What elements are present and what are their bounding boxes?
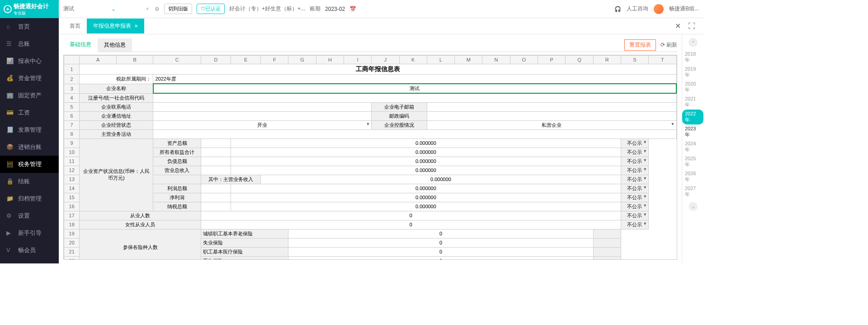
sidebar-item-guide[interactable]: ▶新手引导: [0, 225, 59, 242]
logo-subtext: 专业版: [14, 10, 49, 16]
logo-icon: ✦: [4, 5, 12, 13]
sidebar-item-label: 新手引导: [18, 229, 42, 237]
switch-old-button[interactable]: 切到旧版: [164, 4, 192, 14]
chevron-down-icon[interactable]: ▼: [643, 140, 647, 144]
invoice-icon: 🧾: [6, 126, 14, 134]
subtab-other[interactable]: 其他信息: [98, 38, 132, 52]
year-2026年[interactable]: 2026年: [682, 169, 703, 184]
chevron-down-icon[interactable]: ▼: [643, 167, 647, 172]
close-all-button[interactable]: ✕: [671, 20, 684, 32]
subtab-basic[interactable]: 基础信息: [63, 38, 98, 52]
sidebar-item-label: 进销台账: [18, 143, 42, 151]
scroll-up-icon[interactable]: ⌃: [689, 38, 698, 47]
refresh-button[interactable]: ⟳刷新: [660, 41, 677, 49]
logo: ✦ 畅捷通好会计 专业版: [0, 0, 59, 18]
calendar-icon[interactable]: 📅: [349, 6, 356, 12]
consult-link[interactable]: 人工咨询: [627, 5, 648, 13]
tab-annual-report[interactable]: 年报信息申报表 ✕: [87, 19, 144, 33]
sub-tabs: 基础信息 其他信息 重置报表 ⟳刷新: [63, 38, 677, 52]
sidebar-item-label: 固定资产: [18, 91, 42, 100]
year-2019年[interactable]: 2019年: [682, 65, 703, 80]
spreadsheet[interactable]: ABCDEFGHIJKLMNOPQRST1工商年报信息表2税款所属期间：2022…: [63, 55, 677, 260]
chevron-down-icon[interactable]: ▼: [643, 176, 647, 181]
sidebar-item-vip[interactable]: V畅会员: [0, 242, 59, 259]
period-label: 账期: [310, 5, 321, 13]
setting-icon: ⚙: [6, 212, 14, 220]
chevron-down-icon[interactable]: ▼: [643, 212, 647, 217]
company-input[interactable]: [63, 6, 108, 12]
shield-icon: 🛡: [201, 6, 206, 11]
year-2020年[interactable]: 2020年: [682, 80, 703, 95]
vip-icon: V: [6, 247, 14, 254]
close-icon[interactable]: ✕: [134, 24, 138, 29]
tab-home[interactable]: 首页: [63, 19, 87, 33]
add-icon[interactable]: ＋: [145, 5, 150, 13]
gear-icon[interactable]: ⚙: [155, 6, 160, 12]
verified-badge: 🛡已认证: [197, 4, 225, 14]
sidebar-item-label: 资金管理: [18, 74, 42, 82]
year-panel: ⌃ 2018年2019年2020年2021年2022年2023年2024年202…: [682, 34, 703, 263]
headset-icon: 🎧: [614, 6, 621, 12]
sidebar-item-label: 首页: [18, 23, 30, 31]
year-2024年[interactable]: 2024年: [682, 139, 703, 154]
scroll-down-icon[interactable]: ⌄: [689, 202, 698, 211]
year-2018年[interactable]: 2018年: [682, 50, 703, 65]
tax-icon: 🧮: [6, 161, 14, 168]
sidebar-item-label: 设置: [18, 212, 30, 220]
sidebar-item-asset[interactable]: 🏢固定资产: [0, 87, 59, 104]
sidebar-item-tax[interactable]: 🧮税务管理: [0, 156, 59, 173]
sidebar-item-close[interactable]: 🔒结账: [0, 173, 59, 190]
chevron-down-icon[interactable]: ▼: [643, 185, 647, 190]
archive-icon: 📁: [6, 195, 14, 202]
sidebar-item-label: 总账: [18, 40, 30, 48]
sidebar-item-label: 税务管理: [18, 160, 42, 168]
chevron-down-icon[interactable]: ▼: [643, 221, 647, 226]
sidebar-item-stock[interactable]: 📦进销台账: [0, 139, 59, 156]
sidebar-item-report[interactable]: 📊报表中心: [0, 53, 59, 70]
guide-icon: ▶: [6, 229, 14, 237]
year-2022年[interactable]: 2022年: [682, 110, 703, 124]
sidebar-item-setting[interactable]: ⚙设置: [0, 207, 59, 225]
year-2021年[interactable]: 2021年: [682, 95, 703, 110]
company-name-cell[interactable]: 测试: [153, 84, 676, 93]
sidebar-item-ledger[interactable]: ☰总账: [0, 35, 59, 53]
sidebar-item-label: 工资: [18, 109, 30, 117]
sidebar-item-archive[interactable]: 📁归档管理: [0, 190, 59, 207]
sidebar-item-label: 结账: [18, 177, 30, 186]
refresh-icon: ⟳: [660, 42, 665, 48]
sidebar-item-invoice[interactable]: 🧾发票管理: [0, 121, 59, 139]
logo-text: 畅捷通好会计: [14, 3, 49, 10]
chevron-down-icon[interactable]: ▼: [643, 194, 647, 199]
sidebar-item-salary[interactable]: 💳工资: [0, 104, 59, 121]
chevron-down-icon[interactable]: ▼: [643, 149, 647, 153]
chevron-down-icon[interactable]: ▼: [643, 203, 647, 208]
home-icon: ⌂: [6, 23, 14, 30]
user-name[interactable]: 畅捷通B组...: [669, 5, 699, 13]
close-icon: 🔒: [6, 178, 14, 185]
salary-icon: 💳: [6, 109, 14, 116]
sidebar-item-label: 发票管理: [18, 126, 42, 134]
plan-text: 好会计（专）+好生意（标）+...: [229, 5, 305, 13]
report-icon: 📊: [6, 57, 14, 65]
period-value[interactable]: 2023-02: [325, 6, 345, 12]
sidebar-item-fund[interactable]: 💰资金管理: [0, 70, 59, 87]
avatar[interactable]: [654, 4, 664, 14]
sidebar: ✦ 畅捷通好会计 专业版 ⌂首页☰总账📊报表中心💰资金管理🏢固定资产💳工资🧾发票…: [0, 0, 59, 263]
chevron-down-icon: ⌄: [111, 6, 116, 12]
year-2025年[interactable]: 2025年: [682, 154, 703, 169]
sidebar-item-label: 归档管理: [18, 195, 42, 203]
sidebar-item-home[interactable]: ⌂首页: [0, 18, 59, 35]
sidebar-item-label: 畅会员: [18, 246, 36, 254]
sidebar-item-label: 报表中心: [18, 57, 42, 65]
tabs-bar: 首页 年报信息申报表 ✕ ✕ ⛶: [59, 18, 703, 34]
company-selector[interactable]: ⌄: [63, 6, 140, 12]
fund-icon: 💰: [6, 75, 14, 82]
year-2027年[interactable]: 2027年: [682, 184, 703, 199]
expand-icon[interactable]: ⛶: [684, 20, 699, 32]
ledger-icon: ☰: [6, 40, 14, 48]
chevron-down-icon[interactable]: ▼: [643, 158, 647, 162]
reset-button[interactable]: 重置报表: [624, 39, 656, 51]
year-2023年[interactable]: 2023年: [682, 124, 703, 139]
asset-icon: 🏢: [6, 92, 14, 99]
topbar: ⌄ ＋ ⚙ 切到旧版 🛡已认证 好会计（专）+好生意（标）+... 账期 202…: [59, 0, 703, 18]
